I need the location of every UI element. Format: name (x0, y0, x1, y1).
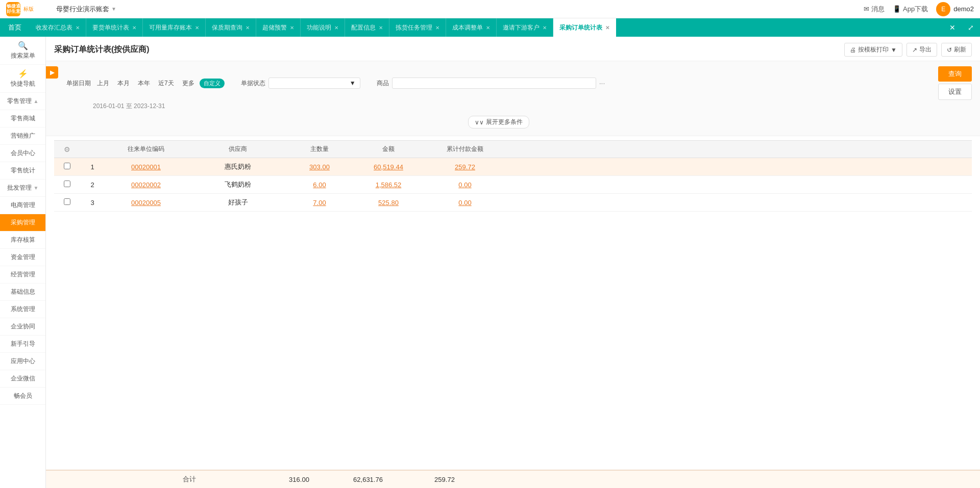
sidebar-item-wholesale[interactable]: 批发管理 ▼ (0, 179, 45, 197)
sidebar-item-newguide[interactable]: 新手引导 (0, 336, 45, 353)
sidebar-item-enterprise[interactable]: 企业协同 (0, 318, 45, 336)
tab-close-gongneng[interactable]: ✕ (334, 25, 338, 31)
sidebar-item-quicknav[interactable]: ⚡ 快捷导航 (0, 65, 45, 93)
refresh-btn[interactable]: ↺ 刷新 (941, 43, 972, 57)
date-filter-label: 单据日期 (66, 79, 91, 88)
app-download-btn[interactable]: 📱 App下载 (893, 5, 928, 14)
tab-close-baoyuanqi[interactable]: ✕ (246, 25, 250, 31)
sidebar-item-vip[interactable]: 畅会员 (0, 388, 45, 405)
tab-gongneng[interactable]: 功能说明 ✕ (301, 18, 345, 37)
filter-toggle-btn[interactable]: ▶ (46, 66, 58, 79)
date-custom-tag[interactable]: 自定义 (200, 79, 225, 88)
tab-zhehuo[interactable]: 拣货任务管理 ✕ (389, 18, 446, 37)
sidebar-item-purchase[interactable]: 采购管理 (0, 214, 45, 232)
row-checkbox[interactable] (64, 181, 70, 187)
goods-input[interactable] (392, 78, 596, 89)
top-right-area: ✉ 消息 📱 App下载 E demo2 (864, 2, 974, 16)
cell-checkbox[interactable] (54, 176, 80, 194)
workspace-selector[interactable]: 母婴行业演示账套 ▼ (52, 5, 864, 14)
download-icon: 📱 (893, 5, 901, 13)
tab-close-yaohuo[interactable]: ✕ (132, 25, 136, 31)
cell-code: 00020002 (105, 176, 187, 194)
main-layout: 🔍 搜索菜单 ⚡ 快捷导航 零售管理 ▲ 零售商城 营销推广 会员中心 零售统计… (0, 37, 980, 488)
date-shortcut-7days[interactable]: 近7天 (155, 78, 177, 89)
sidebar-label-search: 搜索菜单 (11, 52, 35, 60)
sidebar-item-system[interactable]: 系统管理 (0, 301, 45, 318)
sidebar-label-inventory: 库存核算 (11, 236, 35, 244)
sidebar-item-ecommerce[interactable]: 电商管理 (0, 197, 45, 214)
export-btn[interactable]: ↗ 导出 (906, 43, 937, 57)
tab-baoyuanqi[interactable]: 保质期查询 ✕ (206, 18, 256, 37)
sidebar-label-retail-mall: 零售商城 (11, 114, 35, 123)
date-shortcut-lastmonth[interactable]: 上月 (94, 78, 112, 89)
tab-peizhi[interactable]: 配置信息 ✕ (345, 18, 389, 37)
tab-close-chaochuyujing[interactable]: ✕ (290, 25, 294, 31)
row-checkbox[interactable] (64, 163, 70, 169)
tab-home[interactable]: 首页 (0, 18, 30, 37)
th-extra (503, 141, 972, 158)
message-btn[interactable]: ✉ 消息 (864, 5, 885, 14)
retail-expand-icon: ▲ (34, 98, 39, 104)
sidebar-item-finance[interactable]: 资金管理 (0, 249, 45, 266)
sidebar-item-wechat[interactable]: 企业微信 (0, 370, 45, 388)
sidebar-item-marketing[interactable]: 营销推广 (0, 127, 45, 145)
query-btn[interactable]: 查询 (938, 66, 972, 82)
sidebar-item-search[interactable]: 🔍 搜索菜单 (0, 37, 45, 65)
sidebar-label-marketing: 营销推广 (11, 132, 35, 140)
goods-more-icon[interactable]: ··· (599, 79, 605, 87)
tab-right-btns: ✕ ⤢ (943, 18, 980, 37)
sidebar-item-member[interactable]: 会员中心 (0, 145, 45, 162)
status-select[interactable]: ▼ (268, 78, 360, 89)
sidebar-label-wholesale: 批发管理 (7, 184, 32, 192)
sidebar-label-finance: 资金管理 (11, 253, 35, 262)
footer-label: 合计 (110, 475, 268, 484)
date-filter: 单据日期 上月 本月 本年 近7天 更多 自定义 (66, 78, 225, 89)
tab-shoufahuizong[interactable]: 收发存汇总表 ✕ (30, 18, 86, 37)
sidebar-item-retail[interactable]: 零售管理 ▲ (0, 93, 45, 110)
tab-yaohuo[interactable]: 要货单统计表 ✕ (86, 18, 143, 37)
sidebar-label-operation: 经营管理 (11, 270, 35, 279)
date-range-display: 2016-01-01 至 2023-12-31 (66, 102, 972, 111)
user-avatar: E (936, 2, 950, 16)
column-settings-icon[interactable]: ⚙ (64, 145, 70, 153)
tab-close-chengben[interactable]: ✕ (486, 25, 490, 31)
sidebar-item-operation[interactable]: 经营管理 (0, 266, 45, 284)
cell-checkbox[interactable] (54, 194, 80, 212)
cell-qty: 7.00 (289, 194, 350, 212)
top-bar: 畅捷通好生意 标版 母婴行业演示账套 ▼ ✉ 消息 📱 App下载 E demo… (0, 0, 980, 18)
tab-expand-btn[interactable]: ⤢ (962, 18, 980, 37)
user-area[interactable]: E demo2 (936, 2, 974, 16)
tab-chengben[interactable]: 成本调整单 ✕ (446, 18, 497, 37)
tab-close-zhehuo[interactable]: ✕ (435, 25, 439, 31)
tab-keyongliang[interactable]: 可用量库存账本 ✕ (143, 18, 206, 37)
tab-yaoqing[interactable]: 邀请下游客户 ✕ (497, 18, 553, 37)
data-table: ⚙ 往来单位编码 供应商 主数量 金额 累计付款金额 1 00020001 (54, 140, 972, 212)
tab-caigou[interactable]: 采购订单统计表 ✕ (553, 18, 616, 37)
sidebar-item-inventory[interactable]: 库存核算 (0, 232, 45, 249)
tab-close-shoufahuizong[interactable]: ✕ (76, 25, 80, 31)
export-icon: ↗ (912, 46, 917, 54)
row-checkbox[interactable] (64, 198, 70, 205)
tab-close-all-btn[interactable]: ✕ (943, 18, 962, 37)
sidebar-item-basic[interactable]: 基础信息 (0, 284, 45, 301)
tab-chaochuyujing[interactable]: 超储预警 ✕ (256, 18, 301, 37)
expand-btn[interactable]: ∨∨ 展开更多条件 (468, 116, 529, 129)
th-amount: 金额 (350, 141, 427, 158)
cell-checkbox[interactable] (54, 158, 80, 176)
tab-close-yaoqing[interactable]: ✕ (543, 25, 547, 31)
settings-btn[interactable]: 设置 (938, 84, 972, 100)
logo-text: 标版 (23, 6, 34, 12)
date-shortcut-more[interactable]: 更多 (179, 78, 198, 89)
sidebar-item-retail-mall[interactable]: 零售商城 (0, 110, 45, 127)
date-shortcut-thismonth[interactable]: 本月 (114, 78, 133, 89)
sidebar-item-appcenter[interactable]: 应用中心 (0, 353, 45, 370)
tab-close-keyongliang[interactable]: ✕ (195, 25, 199, 31)
sidebar-item-retail-stats[interactable]: 零售统计 (0, 162, 45, 179)
print-btn[interactable]: 🖨 按模板打印 ▼ (844, 43, 902, 57)
tab-close-peizhi[interactable]: ✕ (379, 25, 383, 31)
expand-conditions-row: ∨∨ 展开更多条件 (66, 114, 972, 131)
sidebar-label-enterprise: 企业协同 (11, 322, 35, 331)
date-shortcut-thisyear[interactable]: 本年 (135, 78, 153, 89)
tab-close-caigou[interactable]: ✕ (605, 25, 609, 31)
table-row: 1 00020001 惠氏奶粉 303.00 60,519.44 259.72 (54, 158, 972, 176)
